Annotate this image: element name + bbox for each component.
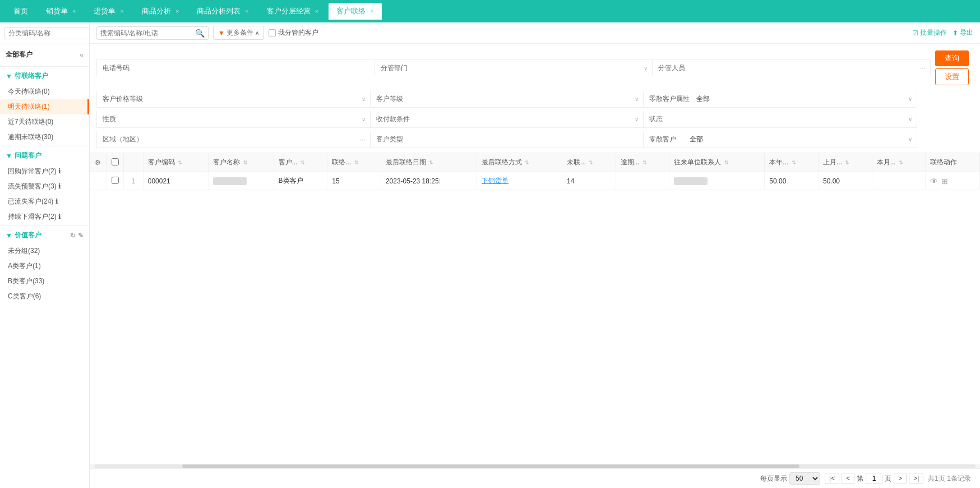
close-icon[interactable]: × — [175, 8, 179, 15]
dropdown-icon[interactable]: ∨ — [635, 96, 639, 102]
my-customers-checkbox[interactable]: 我分管的客户 — [269, 28, 318, 38]
col-name[interactable]: 客户名称 ⇅ — [209, 153, 274, 172]
close-icon[interactable]: × — [120, 8, 123, 15]
per-page-label: 每页显示 — [760, 474, 787, 484]
collapse-icon[interactable]: « — [80, 51, 84, 59]
search-input[interactable] — [100, 29, 195, 37]
row-checkbox[interactable] — [112, 177, 119, 184]
prev-page-button[interactable]: < — [842, 473, 854, 484]
nav-item-3[interactable]: 商品分析列表 × — [189, 3, 256, 20]
close-icon[interactable]: × — [245, 8, 248, 15]
first-page-button[interactable]: |< — [825, 473, 839, 484]
sort-icon: ⇅ — [589, 160, 593, 165]
close-icon[interactable]: × — [370, 8, 373, 15]
dropdown-icon[interactable]: ∨ — [644, 65, 648, 71]
footer: 每页显示 50 100 |< < 第 页 > >| 共1页 1条记录 — [90, 468, 980, 488]
next-page-button[interactable]: > — [894, 473, 907, 484]
nav-item-0[interactable]: 销货单 × — [38, 3, 84, 20]
filter-row-1: 电话号码 分管部门 ∨ 分管人员 ··· 查询 设置 — [96, 48, 973, 88]
sidebar-item-ungroup[interactable]: 未分组(32) — [0, 243, 89, 259]
per-page-select[interactable]: 50 100 — [789, 472, 820, 485]
filter-row-4: 区域（地区） ··· 客户类型 零散客户 全部 ∨ — [96, 131, 973, 148]
sidebar-group-pending[interactable]: ▼ 待联络客户 — [0, 68, 89, 84]
nav-item-1[interactable]: 进货单 × — [86, 3, 131, 20]
sort-icon: ⇅ — [642, 160, 647, 165]
dropdown-icon[interactable]: ∨ — [635, 116, 639, 122]
page-input[interactable] — [866, 473, 882, 484]
sidebar-item-overdue[interactable]: 逾期未联络(30) — [0, 130, 89, 145]
nav-item-4[interactable]: 客户分层经营 × — [259, 3, 326, 20]
sidebar-item-declining[interactable]: 持续下滑客户(2) ℹ — [0, 209, 89, 224]
col-last-date[interactable]: 最后联络日期 ⇅ — [381, 153, 477, 172]
grid-icon[interactable]: ⊞ — [941, 177, 948, 186]
row-this-year: 50.00 — [765, 172, 819, 190]
select-all-checkbox[interactable] — [112, 158, 119, 165]
col-partner[interactable]: 往来单位联系人 ⇅ — [669, 153, 765, 172]
sidebar-item-b-class[interactable]: B类客户(33) — [0, 274, 89, 289]
checkbox-icon — [269, 29, 276, 36]
per-page-wrap: 每页显示 50 100 — [760, 472, 820, 485]
sidebar-item-abnormal[interactable]: 回购异常客户(2) ℹ — [0, 164, 89, 179]
col-uncontact[interactable]: 未联... ⇅ — [562, 153, 616, 172]
sidebar-group-value[interactable]: ▼ 价值客户 ↻ ✎ — [0, 227, 89, 243]
close-icon[interactable]: × — [315, 8, 318, 15]
dots-icon[interactable]: ··· — [920, 64, 926, 72]
nav-item-5[interactable]: 客户联络 × — [329, 3, 381, 20]
row-type: B类客户 — [274, 172, 327, 190]
col-this-month[interactable]: 本月... ⇅ — [872, 153, 926, 172]
last-page-button[interactable]: >| — [909, 473, 923, 484]
scrollbar-thumb[interactable] — [182, 464, 799, 468]
query-button[interactable]: 查询 — [935, 50, 969, 66]
nav-home[interactable]: 首页 — [6, 3, 36, 20]
col-this-year[interactable]: 本年... ⇅ — [765, 153, 819, 172]
filter-cell-cust-type: 客户类型 — [371, 131, 644, 148]
sidebar-search-wrap: 🔍 — [0, 22, 89, 44]
col-code[interactable]: 客户编码 ⇅ — [143, 153, 208, 172]
filter-cell-region: 区域（地区） ··· — [96, 131, 371, 148]
dropdown-icon[interactable]: ∨ — [362, 96, 366, 102]
export-button[interactable]: ⬆ 导出 — [953, 28, 973, 38]
sidebar-item-churn-warn[interactable]: 流失预警客户(3) ℹ — [0, 179, 89, 194]
sidebar-search-input[interactable] — [4, 27, 90, 39]
row-check[interactable] — [107, 172, 123, 190]
sidebar-item-c-class[interactable]: C类客户(6) — [0, 289, 89, 304]
sidebar-group-problem[interactable]: ▼ 问题客户 — [0, 148, 89, 164]
col-type[interactable]: 客户... ⇅ — [274, 153, 327, 172]
batch-op-button[interactable]: ☑ 批量操作 — [912, 28, 947, 38]
col-overdue[interactable]: 逾期... ⇅ — [616, 153, 669, 172]
col-contact[interactable]: 联络... ⇅ — [327, 153, 381, 172]
dots-icon[interactable]: ··· — [360, 136, 366, 144]
col-last-method[interactable]: 最后联络方式 ⇅ — [477, 153, 562, 172]
row-last-month: 50.00 — [818, 172, 872, 190]
search-button-icon[interactable]: 🔍 — [195, 29, 205, 38]
filter-more-button[interactable]: ▼ 更多条件 ∧ — [213, 26, 264, 40]
nav-item-2[interactable]: 商品分析 × — [134, 3, 187, 20]
eye-icon[interactable]: 👁 — [930, 177, 938, 186]
close-icon[interactable]: × — [72, 8, 76, 15]
sidebar-item-a-class[interactable]: A类客户(1) — [0, 259, 89, 274]
all-customers-title[interactable]: 全部客户 « — [0, 47, 89, 63]
dropdown-icon[interactable]: ∨ — [362, 116, 366, 122]
filter-cell-payment: 收付款条件 ∨ — [371, 111, 644, 128]
dropdown-icon[interactable]: ∨ — [908, 136, 912, 142]
row-last-method[interactable]: 下销货单 — [477, 172, 562, 190]
edit-icon[interactable]: ✎ — [78, 232, 84, 240]
horizontal-scrollbar[interactable] — [90, 464, 980, 468]
col-check[interactable] — [107, 153, 123, 172]
sidebar-item-7days[interactable]: 近7天待联络(0) — [0, 114, 89, 130]
page-label: 第 — [857, 474, 863, 484]
dropdown-icon[interactable]: ∨ — [908, 116, 912, 122]
sidebar-item-today[interactable]: 今天待联络(0) — [0, 84, 89, 99]
row-gear — [90, 172, 107, 190]
col-last-month[interactable]: 上月... ⇅ — [818, 153, 872, 172]
sidebar-item-churned[interactable]: 已流失客户(24) ℹ — [0, 194, 89, 209]
sidebar-item-tomorrow[interactable]: 明天待联络(1) — [0, 99, 89, 114]
row-index: 1 — [123, 172, 143, 190]
page-suffix: 页 — [885, 474, 891, 484]
col-gear[interactable]: ⚙ — [90, 153, 107, 172]
row-name — [209, 172, 274, 190]
sort-icon: ⇅ — [845, 160, 849, 165]
dropdown-icon[interactable]: ∨ — [908, 96, 912, 102]
set-button[interactable]: 设置 — [935, 68, 969, 85]
refresh-icon[interactable]: ↻ — [70, 232, 76, 240]
